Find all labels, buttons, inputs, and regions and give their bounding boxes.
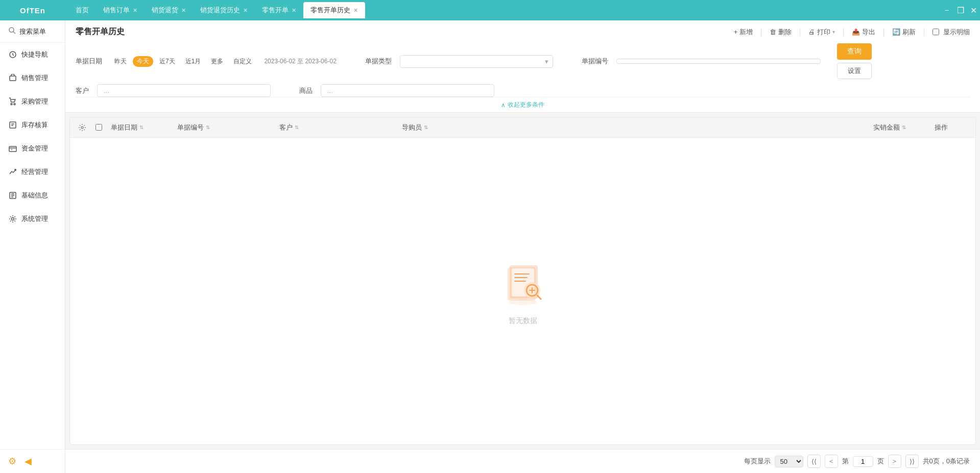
sidebar-item-sales-mgmt[interactable]: 销售管理 bbox=[0, 66, 65, 90]
per-page-select[interactable]: 50 100 200 bbox=[775, 456, 803, 467]
th-guide-label: 导购员 bbox=[402, 123, 422, 132]
tab-sales-return-label: 销货退货 bbox=[152, 6, 178, 15]
action-buttons: 查询 设置 bbox=[837, 43, 872, 79]
tab-retail-open-history-close[interactable]: ✕ bbox=[353, 7, 358, 14]
page-prev-btn[interactable]: ＜ bbox=[825, 455, 838, 468]
pagination-summary: 共0页，0条记录 bbox=[923, 457, 970, 466]
sidebar-gear-icon[interactable]: ⚙ bbox=[8, 456, 16, 467]
page-next-btn[interactable]: ＞ bbox=[888, 455, 901, 468]
tab-sales-return-history-close[interactable]: ✕ bbox=[243, 7, 248, 14]
th-customer-label: 客户 bbox=[279, 123, 293, 132]
display-cols-checkbox[interactable] bbox=[933, 29, 939, 35]
collapse-arrow-icon: ∧ bbox=[501, 102, 506, 109]
page-suffix-label: 页 bbox=[877, 457, 884, 466]
add-button[interactable]: + 新增 bbox=[734, 28, 753, 37]
page-first-btn[interactable]: ⟨⟨ bbox=[807, 455, 821, 468]
refresh-icon: 🔄 bbox=[892, 28, 900, 36]
query-button[interactable]: 查询 bbox=[837, 43, 872, 60]
date-btn-7days[interactable]: 近7天 bbox=[155, 56, 179, 67]
minimize-btn[interactable]: － bbox=[943, 5, 951, 16]
export-button[interactable]: 📤 导出 bbox=[852, 28, 875, 37]
toolbar: + 新增 🗑 删除 🖨 打印 ▾ 📤 导出 bbox=[734, 28, 970, 37]
th-date-label: 单据日期 bbox=[111, 123, 137, 132]
svg-rect-7 bbox=[9, 146, 16, 152]
date-btn-yesterday[interactable]: 昨天 bbox=[110, 56, 131, 67]
th-guide[interactable]: 导购员 ⇅ bbox=[398, 123, 459, 132]
tab-retail-open-history[interactable]: 零售开单历史 ✕ bbox=[303, 2, 365, 18]
refresh-button[interactable]: 🔄 刷新 bbox=[892, 28, 916, 37]
inventory-icon bbox=[8, 120, 17, 130]
sidebar-search[interactable]: 搜索菜单 bbox=[0, 20, 65, 43]
brand-area: OfTEn bbox=[0, 0, 65, 20]
date-filter-label: 单据日期 bbox=[76, 57, 102, 66]
sidebar-item-purchase-mgmt[interactable]: 采购管理 bbox=[0, 90, 65, 113]
sidebar-item-basic-info[interactable]: 基础信息 bbox=[0, 184, 65, 207]
customer-input[interactable]: ... bbox=[97, 84, 271, 97]
customer-label: 客户 bbox=[76, 86, 89, 95]
system-mgmt-icon bbox=[8, 214, 17, 223]
tab-home-label: 首页 bbox=[76, 6, 89, 15]
tab-retail-open-close[interactable]: ✕ bbox=[292, 7, 296, 14]
sidebar-item-finance[interactable]: 资金管理 bbox=[0, 137, 65, 160]
th-date[interactable]: 单据日期 ⇅ bbox=[107, 123, 173, 132]
svg-line-1 bbox=[13, 32, 15, 34]
filter-area: 单据日期 昨天 今天 近7天 近1月 更多 自定义 2023-06-02 至 2… bbox=[76, 43, 970, 112]
restore-btn[interactable]: ❐ bbox=[957, 6, 964, 15]
select-all-checkbox[interactable] bbox=[95, 124, 102, 131]
tab-home[interactable]: 首页 bbox=[68, 2, 96, 18]
page-number-input[interactable]: 1 bbox=[853, 456, 873, 467]
th-num-sort-icon: ⇅ bbox=[206, 125, 210, 130]
svg-point-10 bbox=[81, 127, 83, 129]
sidebar-item-system-mgmt[interactable]: 系统管理 bbox=[0, 207, 65, 231]
date-btn-more[interactable]: 更多 bbox=[207, 56, 227, 67]
th-action-label: 操作 bbox=[935, 123, 948, 132]
tab-sales-order[interactable]: 销售订单 ✕ bbox=[96, 2, 145, 18]
close-btn[interactable]: ✕ bbox=[970, 6, 977, 15]
sidebar-bottom: ⚙ ◀ bbox=[0, 449, 65, 473]
doc-type-arrow-icon: ▾ bbox=[545, 58, 548, 65]
filter-row-1: 单据日期 昨天 今天 近7天 近1月 更多 自定义 2023-06-02 至 2… bbox=[76, 43, 970, 79]
doc-num-input[interactable] bbox=[616, 59, 821, 64]
sidebar-item-inventory[interactable]: 库存核算 bbox=[0, 113, 65, 137]
display-cols-button[interactable]: 显示明细 bbox=[933, 28, 970, 37]
tab-retail-open[interactable]: 零售开单 ✕ bbox=[255, 2, 303, 18]
svg-point-9 bbox=[12, 218, 14, 220]
date-btn-1month[interactable]: 近1月 bbox=[181, 56, 205, 67]
date-btn-today[interactable]: 今天 bbox=[133, 56, 153, 67]
sidebar-collapse-icon[interactable]: ◀ bbox=[25, 456, 32, 467]
trash-icon: 🗑 bbox=[770, 28, 776, 36]
doc-type-select[interactable]: ▾ bbox=[400, 55, 553, 68]
tab-sales-return[interactable]: 销货退货 ✕ bbox=[145, 2, 193, 18]
settings-button[interactable]: 设置 bbox=[837, 63, 872, 79]
delete-button[interactable]: 🗑 删除 bbox=[770, 28, 792, 37]
print-icon: 🖨 bbox=[808, 28, 815, 36]
sidebar-item-finance-label: 资金管理 bbox=[21, 144, 48, 153]
th-checkbox[interactable] bbox=[90, 124, 107, 131]
th-customer[interactable]: 客户 ⇅ bbox=[275, 123, 398, 132]
toolbar-divider3 bbox=[843, 28, 844, 36]
sidebar-item-operations[interactable]: 经营管理 bbox=[0, 160, 65, 184]
th-amount-sort-icon: ⇅ bbox=[902, 125, 906, 130]
toolbar-divider4 bbox=[883, 28, 884, 36]
page-title: 零售开单历史 bbox=[76, 27, 125, 37]
page-last-btn[interactable]: ⟩⟩ bbox=[905, 455, 919, 468]
tab-sales-order-close[interactable]: ✕ bbox=[133, 7, 137, 14]
date-btn-custom[interactable]: 自定义 bbox=[229, 56, 256, 67]
tab-sales-return-history[interactable]: 销货退货历史 ✕ bbox=[193, 2, 255, 18]
goods-input[interactable]: ... bbox=[321, 84, 494, 97]
brand-logo: OfTEn bbox=[20, 6, 45, 15]
collapse-bar[interactable]: ∧ 收起更多条件 bbox=[76, 97, 970, 112]
th-amount[interactable]: 实销金额 ⇅ bbox=[869, 123, 930, 132]
sidebar-item-quick-nav[interactable]: 快捷导航 bbox=[0, 43, 65, 66]
tab-sales-return-history-label: 销货退货历史 bbox=[200, 6, 240, 15]
print-button[interactable]: 🖨 打印 ▾ bbox=[808, 28, 835, 37]
tab-sales-return-close[interactable]: ✕ bbox=[181, 7, 186, 14]
empty-state: 暂无数据 bbox=[70, 138, 975, 444]
th-customer-sort-icon: ⇅ bbox=[295, 125, 299, 130]
empty-illustration bbox=[497, 257, 548, 308]
goods-placeholder: ... bbox=[327, 87, 333, 94]
th-num[interactable]: 单据编号 ⇅ bbox=[173, 123, 275, 132]
th-settings[interactable] bbox=[74, 123, 90, 132]
goods-label: 商品 bbox=[299, 86, 313, 95]
delete-label: 删除 bbox=[778, 28, 792, 37]
